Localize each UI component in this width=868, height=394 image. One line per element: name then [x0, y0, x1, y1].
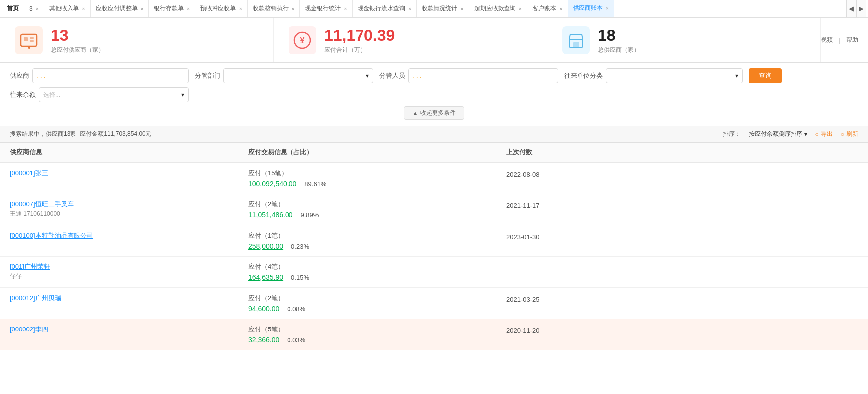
- nav-tab-supplier-book[interactable]: 供应商账本 ×: [568, 0, 614, 18]
- receipt-verify-close-icon[interactable]: ×: [291, 6, 294, 12]
- transaction-info: 应付（5笔） 32,366.00 0.03%: [248, 325, 506, 344]
- transaction-label: 应付（2笔）: [248, 200, 506, 209]
- dept-chevron-icon: ▾: [366, 72, 369, 79]
- supplier-link[interactable]: [000001]张三: [10, 169, 248, 178]
- supplier-book-close-icon[interactable]: ×: [606, 5, 609, 11]
- supplier-link[interactable]: [000100]本特勒油品有限公司: [10, 231, 248, 240]
- summary-card-payable-suppliers: ◆ 13 总应付供应商（家）: [0, 18, 274, 62]
- result-info: 搜索结果中，供应商13家 应付金额111,703,854.00元: [10, 130, 151, 138]
- balance-filter-label: 往来余额: [10, 90, 36, 99]
- overdue-ar-close-icon[interactable]: ×: [519, 6, 522, 12]
- video-link[interactable]: 视频: [821, 36, 833, 44]
- person-filter-input[interactable]: ...: [408, 68, 558, 83]
- transaction-amount[interactable]: 94,600.00: [248, 305, 279, 313]
- refresh-button[interactable]: ○ 刷新: [841, 130, 858, 138]
- transaction-label: 应付（4笔）: [248, 263, 506, 271]
- nav-tab-home[interactable]: 首页: [2, 0, 24, 18]
- summary-info-total: 18 总供应商（家）: [598, 26, 805, 54]
- svg-rect-2: [30, 37, 34, 39]
- refresh-label: 刷新: [846, 130, 858, 138]
- summary-card-total-amount: ¥ 11,170.39 应付合计（万）: [274, 18, 547, 62]
- category-filter-select[interactable]: ▾: [606, 68, 743, 83]
- summary-bar: ◆ 13 总应付供应商（家） ¥ 11,170.39 应付合计（万）: [0, 18, 868, 63]
- transaction-amount[interactable]: 11,051,486.00: [248, 211, 293, 219]
- transaction-row: 164,635.90 0.15%: [248, 273, 506, 281]
- nav-tab-cash-bank-stat[interactable]: 现金银行统计 ×: [300, 0, 352, 18]
- home-tab-label: 首页: [7, 4, 19, 13]
- transaction-amount[interactable]: 32,366.00: [248, 336, 279, 344]
- person-filter-label: 分管人员: [379, 71, 405, 80]
- supplier-book-label: 供应商账本: [573, 4, 603, 12]
- supplier-link[interactable]: [000007]恒旺二手叉车: [10, 200, 248, 209]
- filter-person: 分管人员 ...: [379, 68, 558, 83]
- supplier-link[interactable]: [000002]李四: [10, 325, 248, 334]
- bank-deposit-close-icon[interactable]: ×: [187, 6, 190, 12]
- ar-ap-adjust-close-icon[interactable]: ×: [141, 6, 144, 12]
- transaction-amount[interactable]: 164,635.90: [248, 273, 283, 281]
- nav-tab-pre-receive[interactable]: 预收冲应收单 ×: [195, 0, 247, 18]
- nav-tab-customer-book[interactable]: 客户账本 ×: [527, 0, 568, 18]
- transaction-amount[interactable]: 100,092,540.00: [248, 180, 296, 188]
- payable-suppliers-num: 13: [51, 26, 258, 45]
- cash-bank-stat-close-icon[interactable]: ×: [344, 6, 347, 12]
- supplier-cell: [001]广州荣轩 仔仔: [10, 263, 248, 281]
- pre-receive-label: 预收冲应收单: [200, 4, 236, 13]
- category-filter-label: 往来单位分类: [564, 71, 603, 80]
- customer-book-close-icon[interactable]: ×: [559, 6, 562, 12]
- nav-tab-receipt-verify[interactable]: 收款核销执行 ×: [248, 0, 300, 18]
- result-actions: 排序： 按应付余额倒序排序 ▾ ○ 导出 ○ 刷新: [723, 130, 859, 138]
- export-button[interactable]: ○ 导出: [815, 130, 833, 138]
- nav-tab-other-income[interactable]: 其他收入单 ×: [44, 0, 90, 18]
- filter-area: 供应商 ... 分管部门 ▾ 分管人员 ... 往来单位分类 ▾ 查询: [0, 63, 868, 126]
- help-link[interactable]: 帮助: [846, 36, 858, 44]
- nav-tab-bank-deposit[interactable]: 银行存款单 ×: [149, 0, 195, 18]
- dept-filter-select[interactable]: ▾: [223, 68, 373, 83]
- cash-bank-flow-close-icon[interactable]: ×: [408, 6, 411, 12]
- nav-tab-3[interactable]: 3 ×: [24, 0, 44, 18]
- supplier-filter-input[interactable]: ...: [32, 68, 189, 83]
- sort-label: 排序：: [723, 130, 741, 138]
- header-transaction: 应付交易信息（占比）: [248, 148, 506, 157]
- customer-book-label: 客户账本: [532, 4, 556, 13]
- receipt-stat-close-icon[interactable]: ×: [460, 6, 463, 12]
- transaction-info: 应付（2笔） 11,051,486.00 9.89%: [248, 200, 506, 219]
- bank-deposit-label: 银行存款单: [154, 4, 184, 13]
- data-table: 供应商信息 应付交易信息（占比） 上次付数 [000001]张三 应付（15笔）…: [0, 143, 868, 394]
- other-income-label: 其他收入单: [49, 4, 79, 13]
- transaction-info: 应付（2笔） 94,600.00 0.08%: [248, 294, 506, 313]
- supplier-cell: [000100]本特勒油品有限公司: [10, 231, 248, 240]
- nav-tab-receipt-stat[interactable]: 收款情况统计 ×: [417, 0, 469, 18]
- pre-receive-close-icon[interactable]: ×: [239, 6, 242, 12]
- supplier-cell: [000002]李四: [10, 325, 248, 334]
- supplier-link[interactable]: [001]广州荣轩: [10, 263, 248, 271]
- nav-tab-cash-bank-flow[interactable]: 现金银行流水查询 ×: [353, 0, 417, 18]
- supplier-dots-icon: ...: [37, 71, 46, 80]
- transaction-label: 应付（1笔）: [248, 231, 506, 240]
- supplier-cell: [000007]恒旺二手叉车 王通 17106110000: [10, 200, 248, 218]
- table-row: [000001]张三 应付（15笔） 100,092,540.00 89.61%…: [0, 163, 868, 194]
- transaction-cell: 应付（2笔） 94,600.00 0.08%: [248, 294, 506, 313]
- filter-balance: 往来余额 选择... ▾: [10, 87, 189, 102]
- cash-bank-flow-label: 现金银行流水查询: [358, 4, 405, 13]
- supplier-link[interactable]: [000012]广州贝瑞: [10, 294, 248, 303]
- tab3-close-icon[interactable]: ×: [36, 6, 39, 12]
- result-text2: 应付金额111,703,854.00元: [80, 130, 151, 138]
- last-pay-date: [506, 263, 858, 264]
- balance-filter-select[interactable]: 选择... ▾: [39, 87, 189, 102]
- nav-arrow-left[interactable]: ◀: [846, 0, 856, 18]
- other-income-close-icon[interactable]: ×: [82, 6, 85, 12]
- table-row: [000007]恒旺二手叉车 王通 17106110000 应付（2笔） 11,…: [0, 194, 868, 225]
- transaction-cell: 应付（1笔） 258,000.00 0.23%: [248, 231, 506, 250]
- payable-suppliers-label: 总应付供应商（家）: [51, 46, 258, 54]
- supplier-cell: [000001]张三: [10, 169, 248, 178]
- nav-arrow-right[interactable]: ▶: [856, 0, 866, 18]
- supplier-sub: 仔仔: [10, 272, 248, 281]
- transaction-label: 应付（2笔）: [248, 294, 506, 303]
- nav-tab-overdue-ar[interactable]: 超期应收款查询 ×: [469, 0, 527, 18]
- transaction-amount[interactable]: 258,000.00: [248, 242, 283, 250]
- nav-tab-ar-ap-adjust[interactable]: 应收应付调整单 ×: [91, 0, 149, 18]
- sort-select[interactable]: 按应付余额倒序排序 ▾: [749, 130, 807, 138]
- query-button[interactable]: 查询: [749, 68, 782, 83]
- lastpay-cell: 2021-11-17: [506, 200, 858, 209]
- collapse-button[interactable]: ▲ 收起更多条件: [404, 106, 464, 120]
